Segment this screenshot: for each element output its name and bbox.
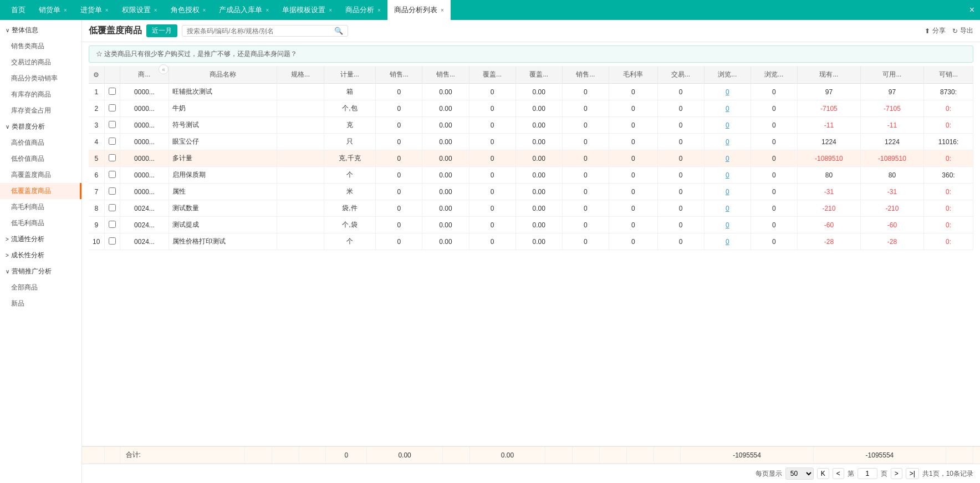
row-browse1[interactable]: 0 <box>704 167 751 184</box>
col-name[interactable]: 商品名称 <box>169 66 277 84</box>
total-sales2: 0.00 <box>367 447 443 464</box>
last-page-button[interactable]: >| <box>906 468 919 479</box>
col-spec[interactable]: 规格... <box>277 66 324 84</box>
row-checkbox[interactable] <box>104 150 120 167</box>
sidebar-item-category-rate[interactable]: 商品分类动销率 <box>0 70 81 87</box>
nav-permissions[interactable]: 权限设置 × <box>115 0 164 20</box>
row-trade: 0 <box>657 217 704 233</box>
close-production-icon[interactable]: × <box>266 7 269 13</box>
col-sellable[interactable]: 可销... <box>923 66 973 84</box>
nav-purchase[interactable]: 进货单 × <box>74 0 115 20</box>
row-sellable: 0: <box>923 100 973 117</box>
period-button[interactable]: 近一月 <box>146 24 177 37</box>
row-spec <box>277 150 324 167</box>
close-purchase-icon[interactable]: × <box>105 7 109 13</box>
row-browse1[interactable]: 0 <box>704 200 751 217</box>
col-sales2[interactable]: 销售... <box>422 66 469 84</box>
col-unit[interactable]: 计量... <box>324 66 376 84</box>
sidebar-item-low-margin[interactable]: 低毛利商品 <box>0 215 81 231</box>
row-browse1[interactable]: 0 <box>704 100 751 117</box>
next-page-button[interactable]: > <box>891 468 902 479</box>
nav-analysis[interactable]: 商品分析 × <box>339 0 387 20</box>
row-cover2: 0.00 <box>515 217 562 233</box>
sidebar-section-growth[interactable]: >成长性分析 <box>0 247 81 263</box>
row-checkbox[interactable] <box>104 134 120 150</box>
close-analysis-list-icon[interactable]: × <box>441 7 444 13</box>
sidebar-item-low-value[interactable]: 低价值商品 <box>0 151 81 167</box>
row-checkbox[interactable] <box>104 184 120 200</box>
row-checkbox[interactable] <box>104 200 120 217</box>
col-browse2[interactable]: 浏览... <box>751 66 797 84</box>
row-browse1[interactable]: 0 <box>704 184 751 200</box>
close-analysis-icon[interactable]: × <box>377 7 381 13</box>
close-sales-icon[interactable]: × <box>64 7 67 13</box>
row-num: 5 <box>89 150 104 167</box>
row-checkbox[interactable] <box>104 84 120 100</box>
col-cover2[interactable]: 覆盖... <box>515 66 562 84</box>
row-cover1: 0 <box>469 100 515 117</box>
row-unit: 个,袋 <box>324 217 376 233</box>
sidebar-item-low-coverage[interactable]: 低覆盖度商品 <box>0 183 81 199</box>
sidebar-item-high-coverage[interactable]: 高覆盖度商品 <box>0 167 81 183</box>
row-checkbox[interactable] <box>104 233 120 250</box>
row-checkbox[interactable] <box>104 117 120 134</box>
col-sales1[interactable]: 销售... <box>376 66 422 84</box>
row-trade: 0 <box>657 200 704 217</box>
col-current[interactable]: 现有... <box>797 66 860 84</box>
sidebar-item-traded-goods[interactable]: 交易过的商品 <box>0 54 81 70</box>
nav-home[interactable]: 首页 <box>4 0 32 20</box>
sidebar-section-liquidity[interactable]: >流通性分析 <box>0 231 81 247</box>
sidebar-collapse-button[interactable]: « <box>159 64 169 74</box>
col-settings[interactable]: ⚙ <box>89 66 104 84</box>
sidebar-item-high-margin[interactable]: 高毛利商品 <box>0 199 81 215</box>
search-input[interactable] <box>187 27 334 35</box>
col-browse1[interactable]: 浏览... <box>704 66 751 84</box>
sidebar-section-overall[interactable]: ∨整体信息 <box>0 22 81 38</box>
row-gross: 0 <box>609 217 657 233</box>
export-button[interactable]: ↻ 导出 <box>952 26 973 35</box>
row-browse1[interactable]: 0 <box>704 233 751 250</box>
per-page-select[interactable]: 50 20 100 <box>785 467 814 480</box>
sidebar-item-sales-goods[interactable]: 销售类商品 <box>0 38 81 54</box>
close-roles-icon[interactable]: × <box>203 7 206 13</box>
row-browse1[interactable]: 0 <box>704 134 751 150</box>
row-browse1[interactable]: 0 <box>704 217 751 233</box>
sidebar-item-in-stock[interactable]: 有库存的商品 <box>0 87 81 103</box>
row-browse1[interactable]: 0 <box>704 117 751 134</box>
sidebar-section-marketing[interactable]: ∨营销推广分析 <box>0 263 81 279</box>
close-permissions-icon[interactable]: × <box>154 7 157 13</box>
sidebar-item-high-value[interactable]: 高价值商品 <box>0 135 81 151</box>
pagination: 每页显示 50 20 100 K < 第 页 > >| 共1页，10条记录 <box>756 467 973 480</box>
row-name: 符号测试 <box>169 117 277 134</box>
nav-sales[interactable]: 销货单 × <box>32 0 74 20</box>
nav-analysis-list[interactable]: 商品分析列表 × <box>387 0 451 20</box>
first-page-button[interactable]: K <box>817 468 829 479</box>
row-checkbox[interactable] <box>104 217 120 233</box>
col-trade[interactable]: 交易... <box>657 66 704 84</box>
col-avail[interactable]: 可用... <box>860 66 923 84</box>
nav-production[interactable]: 产成品入库单 × <box>212 0 275 20</box>
sidebar-section-group[interactable]: ∨类群度分析 <box>0 119 81 135</box>
row-browse1[interactable]: 0 <box>704 84 751 100</box>
row-sellable: 0: <box>923 117 973 134</box>
row-checkbox[interactable] <box>104 100 120 117</box>
col-cover1[interactable]: 覆盖... <box>469 66 515 84</box>
sidebar-item-stock-capital[interactable]: 库存资金占用 <box>0 103 81 119</box>
table-row: 7 0000... 属性 米 0 0.00 0 0.00 0 0 0 0 0 -… <box>89 184 973 200</box>
share-button[interactable]: ⬆ 分享 <box>925 26 946 35</box>
col-sales3[interactable]: 销售... <box>562 66 609 84</box>
sidebar-item-new-goods[interactable]: 新品 <box>0 296 81 312</box>
prev-page-button[interactable]: < <box>833 468 844 479</box>
nav-roles[interactable]: 角色授权 × <box>164 0 213 20</box>
col-gross[interactable]: 毛利率 <box>609 66 657 84</box>
row-checkbox[interactable] <box>104 167 120 184</box>
main-layout: ∨整体信息 销售类商品 交易过的商品 商品分类动销率 有库存的商品 库存资金占用… <box>0 20 980 483</box>
sidebar-item-all-goods[interactable]: 全部商品 <box>0 279 81 296</box>
nav-template[interactable]: 单据模板设置 × <box>275 0 339 20</box>
close-template-icon[interactable]: × <box>329 7 332 13</box>
section-arrow-group: ∨ <box>6 124 9 130</box>
page-number-input[interactable] <box>858 468 877 479</box>
close-all-tabs-button[interactable]: × <box>969 5 974 15</box>
table-row: 9 0024... 测试提成 个,袋 0 0.00 0 0.00 0 0 0 0… <box>89 217 973 233</box>
row-browse1[interactable]: 0 <box>704 150 751 167</box>
